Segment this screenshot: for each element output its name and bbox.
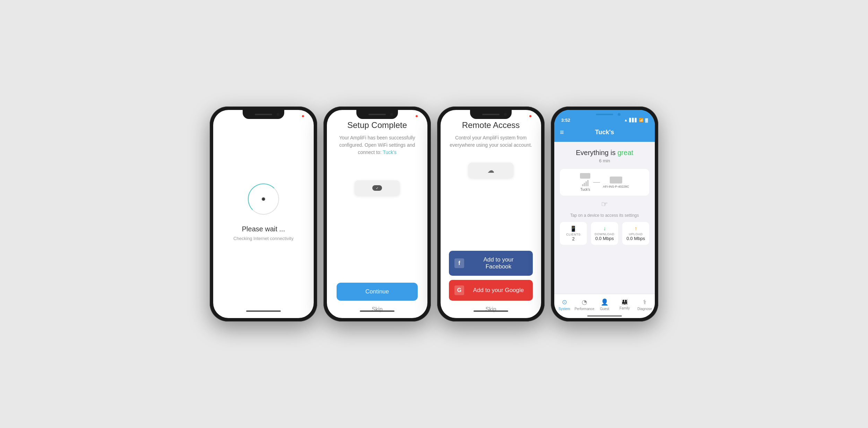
notch-1 <box>243 110 284 119</box>
tab-guest[interactable]: 👤 Guest <box>594 298 615 311</box>
phone-2-screen: Setup Complete Your AmpliFi has been suc… <box>327 110 427 318</box>
bar-2 <box>584 183 585 186</box>
connection-line <box>593 182 600 183</box>
stats-row: 📱 CLIENTS 2 ↓ DOWNLOAD 0.0 Mbps ↑ UPLOAD… <box>560 222 649 245</box>
continue-button[interactable]: Continue <box>337 283 418 301</box>
device-node-1[interactable]: Tuck's <box>580 173 590 191</box>
bar-3 <box>585 181 587 186</box>
signal-bars-1 <box>582 180 589 186</box>
phone-3-screen: Remote Access Control your AmpliFi syste… <box>441 110 541 318</box>
device-node-2[interactable]: AFI-INS-P-40228C <box>603 177 629 188</box>
router-dot <box>262 197 265 201</box>
diagnose-tab-label: Diagnose <box>637 307 652 311</box>
status-great-text: great <box>617 149 633 156</box>
phones-container: Please wait ... Checking Internet connec… <box>210 106 658 322</box>
home-indicator-3 <box>474 310 508 312</box>
guest-tab-label: Guest <box>600 307 609 311</box>
router-check-icon: ✓ <box>372 185 382 191</box>
device-icon-1 <box>580 173 590 179</box>
home-indicator-2 <box>360 310 394 312</box>
phone-3: Remote Access Control your AmpliFi syste… <box>437 106 545 322</box>
phone-4-screen: 3:52 ▲ ▋▋▋ 📶 ▓ ≡ Tuck's Everything is gr… <box>554 110 655 318</box>
speaker-1 <box>255 114 272 115</box>
tab-bar: ⊙ System ◔ Performance 👤 Guest 👨‍👩‍👧 Fam… <box>554 294 655 318</box>
phone-4: 3:52 ▲ ▋▋▋ 📶 ▓ ≡ Tuck's Everything is gr… <box>551 106 658 322</box>
camera-dot-3 <box>504 113 507 116</box>
facebook-icon: f <box>454 258 464 268</box>
bar-1 <box>582 184 583 186</box>
cloud-icon: ☁ <box>487 166 494 174</box>
setup-description: Your AmpliFi has been successfully confi… <box>337 134 418 156</box>
upload-icon: ↑ <box>626 225 646 232</box>
status-main-text: Everything is <box>576 149 617 156</box>
notch-2 <box>356 110 398 119</box>
facebook-button-label: Add to your Facebook <box>470 256 527 270</box>
google-icon: G <box>454 285 464 295</box>
notch-4 <box>584 110 625 119</box>
facebook-button[interactable]: f Add to your Facebook <box>449 251 533 276</box>
router-device-3: ☁ <box>468 163 513 178</box>
battery-icon: ▓ <box>645 118 648 122</box>
download-stat: ↓ DOWNLOAD 0.0 Mbps <box>591 222 618 245</box>
clients-value: 2 <box>563 236 583 241</box>
please-wait-subtitle: Checking Internet connectivity <box>233 236 293 241</box>
spinner-container <box>248 183 279 215</box>
clients-stat: 📱 CLIENTS 2 <box>560 222 587 245</box>
google-button[interactable]: G Add to your Google <box>449 280 533 301</box>
tap-hand-icon: ☞ <box>601 200 608 208</box>
ssid-link[interactable]: Tuck's <box>383 149 397 155</box>
uptime-text: 6 min <box>560 158 649 163</box>
dashboard-content: Everything is great 6 min Tuck <box>554 142 655 294</box>
google-button-label: Add to your Google <box>470 287 527 294</box>
family-tab-icon: 👨‍👩‍👧 <box>621 299 628 305</box>
phone-2-content: Setup Complete Your AmpliFi has been suc… <box>327 110 427 318</box>
phone-1-screen: Please wait ... Checking Internet connec… <box>213 110 314 318</box>
router-icon <box>257 192 270 206</box>
speaker-3 <box>482 114 500 115</box>
setup-title: Setup Complete <box>347 120 407 130</box>
camera-dot-4 <box>618 113 620 116</box>
download-icon: ↓ <box>594 225 615 232</box>
device-label-2: AFI-INS-P-40228C <box>603 185 629 188</box>
device-icon-2 <box>610 177 622 183</box>
nav-header: ≡ Tuck's <box>554 125 655 142</box>
home-indicator-4 <box>587 315 622 317</box>
status-icons: ▲ ▋▋▋ 📶 ▓ <box>624 118 648 122</box>
remote-access-title: Remote Access <box>462 120 520 130</box>
family-tab-label: Family <box>619 306 630 310</box>
performance-tab-icon: ◔ <box>582 298 587 306</box>
speaker-2 <box>368 114 386 115</box>
diagnose-tab-icon: ⚕ <box>643 298 646 306</box>
system-tab-icon: ⊙ <box>562 298 567 306</box>
camera-dot-2 <box>390 113 393 116</box>
remote-access-desc: Control your AmpliFi system from everywh… <box>449 134 533 149</box>
tab-performance[interactable]: ◔ Performance <box>574 298 594 311</box>
guest-tab-icon: 👤 <box>601 298 608 306</box>
upload-value: 0.0 Mbps <box>626 236 646 241</box>
red-dot-1 <box>302 115 304 117</box>
clients-icon: 📱 <box>563 225 583 232</box>
performance-tab-label: Performance <box>574 307 594 311</box>
tab-diagnose[interactable]: ⚕ Diagnose <box>635 298 655 311</box>
phone-2: Setup Complete Your AmpliFi has been suc… <box>323 106 431 322</box>
router-device-2: ✓ <box>355 180 400 196</box>
menu-icon[interactable]: ≡ <box>560 128 564 136</box>
status-time: 3:52 <box>561 118 570 123</box>
clients-label: CLIENTS <box>563 233 583 236</box>
red-dot-2 <box>416 115 418 117</box>
notch-3 <box>470 110 512 119</box>
phone-3-content: Remote Access Control your AmpliFi syste… <box>441 110 541 318</box>
download-value: 0.0 Mbps <box>594 236 615 241</box>
please-wait-title: Please wait ... <box>242 225 285 233</box>
camera-dot-1 <box>277 113 279 116</box>
location-icon: ▲ <box>624 118 628 122</box>
nav-title: Tuck's <box>595 129 614 136</box>
bar-4 <box>587 180 589 186</box>
tab-family[interactable]: 👨‍👩‍👧 Family <box>615 299 635 310</box>
tab-system[interactable]: ⊙ System <box>554 298 574 311</box>
phone-1-content: Please wait ... Checking Internet connec… <box>213 110 314 318</box>
device-label-1: Tuck's <box>580 188 590 191</box>
phone-1: Please wait ... Checking Internet connec… <box>210 106 317 322</box>
network-diagram: Tuck's AFI-INS-P-40228C <box>560 169 649 196</box>
upload-label: UPLOAD <box>626 232 646 236</box>
